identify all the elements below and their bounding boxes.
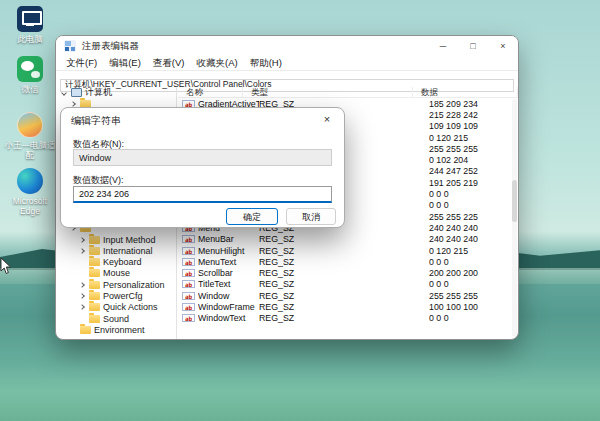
scrollbar-thumb[interactable] [512,180,517,222]
value-name-input[interactable] [73,149,332,166]
menu-item-3[interactable]: 收藏夹(A) [190,57,243,70]
dialog-title: 编辑字符串 [71,114,121,128]
tree-item-environment[interactable]: Environment [56,324,176,335]
desktop-icon-wechat[interactable]: 微信 [4,56,56,94]
list-scrollbar[interactable] [512,99,517,337]
cancel-button[interactable]: 取消 [286,208,336,225]
chevron-icon[interactable] [79,293,85,299]
chevron-icon[interactable] [79,237,85,243]
value-type: REG_SZ [259,268,429,278]
column-header-name[interactable]: 名称 [178,87,243,97]
ok-button[interactable]: 确定 [226,208,278,225]
desktop-icon-label: 此电脑 [4,34,56,44]
maximize-icon[interactable]: □ [458,36,488,56]
string-value-icon [182,314,195,322]
desktop-icon-label: Microsoft Edge [4,196,56,216]
value-data: 255 255 225 [429,212,518,222]
window-title: 注册表编辑器 [82,40,139,53]
folder-icon [89,303,100,311]
folder-icon [89,236,100,244]
menu-item-4[interactable]: 帮助(H) [244,57,288,70]
tree-item-label: Keyboard [103,257,142,267]
tree-item-input-method[interactable]: Input Method [56,234,176,245]
tree-item-sound[interactable]: Sound [56,313,176,324]
tree-item-personalization[interactable]: Personalization [56,279,176,290]
title-bar[interactable]: 注册表编辑器 ─ □ × [56,36,518,56]
value-data: 200 200 200 [429,268,518,278]
value-data: 244 247 252 [429,166,518,176]
menu-item-1[interactable]: 编辑(E) [103,57,147,70]
value-data: 0 120 215 [429,133,518,143]
value-type: REG_SZ [259,257,429,267]
column-header-data[interactable]: 数据 [413,87,518,97]
edge-icon [17,168,43,194]
string-value-icon [182,303,195,311]
table-row[interactable]: WindowREG_SZ255 255 255 [178,290,518,301]
chevron-icon[interactable] [61,90,67,96]
value-type: REG_SZ [259,291,429,301]
value-data: 100 100 100 [429,302,518,312]
value-data: 0 102 204 [429,155,518,165]
close-icon[interactable]: × [488,36,518,56]
value-data: 255 255 255 [429,144,518,154]
folder-icon [89,247,100,255]
string-value-icon [182,280,195,288]
tree-item-keyboard[interactable]: Keyboard [56,256,176,267]
folder-icon [89,315,100,323]
table-row[interactable]: TitleTextREG_SZ0 0 0 [178,279,518,290]
computer-icon [71,88,82,97]
menu-item-0[interactable]: 文件(F) [60,57,103,70]
value-name: MenuBar [198,234,259,244]
pc-icon [17,6,43,32]
tree-item-label: 计算机 [85,87,112,99]
value-data: 0 0 0 [429,200,518,210]
regedit-icon [64,40,76,52]
tree-item-mouse[interactable]: Mouse [56,268,176,279]
desktop-icon-label: 微信 [4,84,56,94]
tree-item-label: Input Method [103,235,156,245]
chevron-icon[interactable] [79,248,85,254]
tree-item-international[interactable]: International [56,245,176,256]
desktop-icon-pc[interactable]: 此电脑 [4,6,56,44]
tree-item-quick-actions[interactable]: Quick Actions [56,302,176,313]
edit-string-dialog: 编辑字符串 × 数值名称(N): 数值数据(V): 确定 取消 [60,107,345,228]
column-header-type[interactable]: 类型 [243,87,413,97]
table-row[interactable]: WindowFrameREG_SZ100 100 100 [178,301,518,312]
value-data-input[interactable] [73,186,332,203]
value-data: 185 209 234 [429,99,518,109]
table-row[interactable]: WindowTextREG_SZ0 0 0 [178,313,518,324]
value-name: Scrollbar [198,268,259,278]
value-name: MenuText [198,257,259,267]
tree-item--[interactable]: 计算机 [56,87,176,98]
value-data: 109 109 109 [429,121,518,131]
table-row[interactable]: MenuTextREG_SZ0 0 0 [178,256,518,267]
wechat-icon [17,56,43,82]
chevron-icon[interactable] [70,101,76,107]
value-name: TitleText [198,279,259,289]
folder-icon [89,269,100,277]
value-name: WindowFrame [198,302,259,312]
value-type: REG_SZ [259,234,429,244]
window-controls: ─ □ × [428,36,518,56]
tree-item-powercfg[interactable]: PowerCfg [56,290,176,301]
value-data: 0 0 0 [429,279,518,289]
desktop-icon-avatar[interactable]: 小王—电脑适配 [4,112,56,160]
menu-item-2[interactable]: 查看(V) [147,57,191,70]
minimize-icon[interactable]: ─ [428,36,458,56]
address-bar [56,72,518,87]
table-row[interactable]: MenuHilightREG_SZ0 120 215 [178,245,518,256]
string-value-icon [182,258,195,266]
value-name: Window [198,291,259,301]
tree-item-label: International [103,246,153,256]
value-type: REG_SZ [259,279,429,289]
dialog-close-icon[interactable]: × [314,110,340,129]
mouse-cursor [0,257,13,276]
table-row[interactable]: MenuBarREG_SZ240 240 240 [178,234,518,245]
list-header: 名称 类型 数据 [178,87,518,98]
string-value-icon [182,247,195,255]
table-row[interactable]: ScrollbarREG_SZ200 200 200 [178,267,518,278]
chevron-icon[interactable] [79,282,85,288]
string-value-icon [182,292,195,300]
desktop-icon-edge[interactable]: Microsoft Edge [4,168,56,216]
chevron-icon[interactable] [79,304,85,310]
